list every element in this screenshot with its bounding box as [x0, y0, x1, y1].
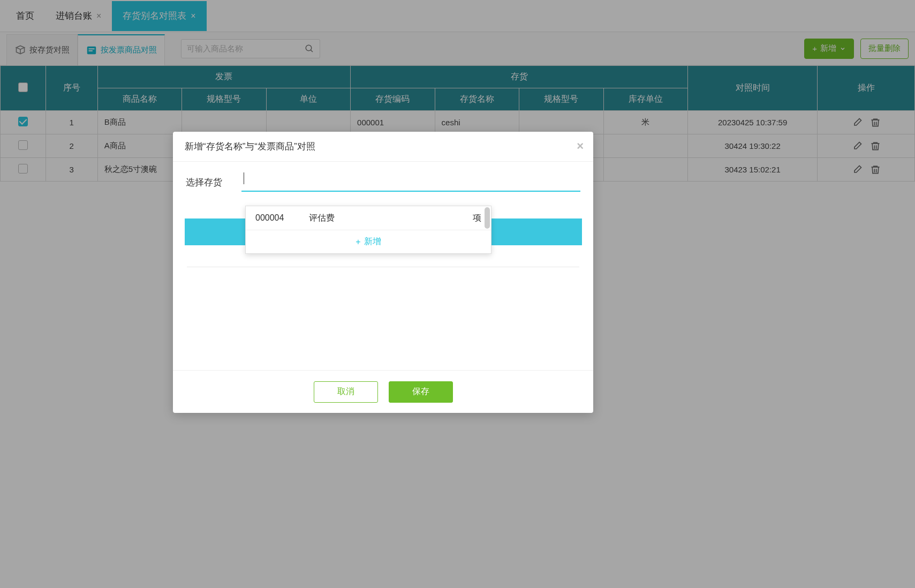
dropdown-item[interactable]: 000004 评估费 项	[246, 206, 491, 230]
section-bar-right	[491, 218, 582, 245]
save-button[interactable]: 保存	[389, 381, 453, 403]
save-label: 保存	[412, 386, 429, 397]
modal-footer: 取消 保存	[173, 370, 593, 413]
dropdown-scrollbar[interactable]	[485, 207, 490, 229]
dropdown-item-code: 000004	[255, 213, 309, 223]
cancel-button[interactable]: 取消	[314, 381, 378, 403]
section-bar-left	[185, 218, 246, 245]
dropdown-item-name: 评估费	[309, 213, 460, 224]
dropdown-add-label: 新增	[364, 236, 381, 247]
text-cursor	[244, 172, 244, 184]
modal-body: 选择存货 000004 评估费 项 + 新增	[173, 162, 593, 370]
plus-icon: +	[356, 237, 360, 247]
close-icon[interactable]: ×	[577, 139, 584, 153]
divider	[187, 267, 579, 267]
modal-title: 新增“存货名称”与“发票商品”对照	[185, 140, 315, 153]
dropdown-add-new[interactable]: + 新增	[246, 230, 491, 253]
add-alias-modal: 新增“存货名称”与“发票商品”对照 × 选择存货 000004 评估费 项 + …	[173, 132, 593, 413]
modal-header: 新增“存货名称”与“发票商品”对照 ×	[173, 132, 593, 162]
dropdown-item-unit: 项	[460, 213, 481, 224]
inventory-dropdown: 000004 评估费 项 + 新增	[245, 206, 491, 254]
inventory-select-label: 选择存货	[186, 176, 234, 189]
inventory-select-input[interactable]	[241, 172, 580, 192]
cancel-label: 取消	[337, 386, 354, 397]
inventory-select-row: 选择存货	[186, 172, 580, 192]
